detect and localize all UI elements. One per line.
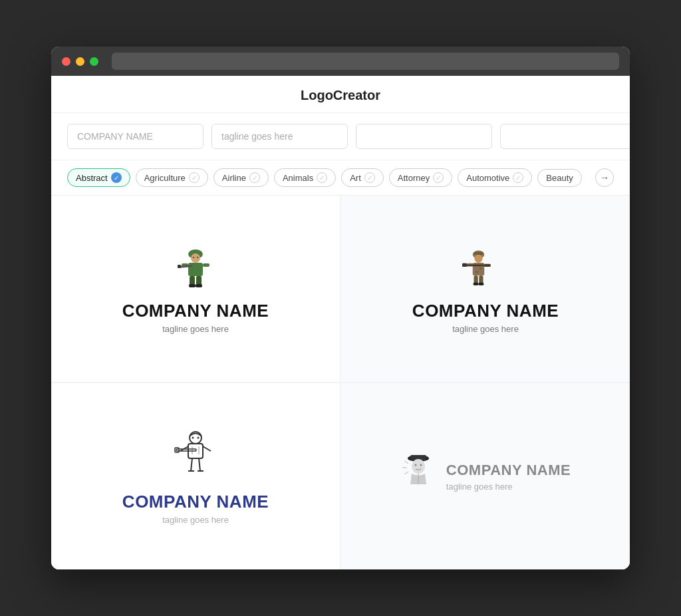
check-icon-automotive: ✓ (513, 172, 523, 183)
logo-icon-1 (172, 243, 219, 290)
filter-next-button[interactable]: → (595, 168, 614, 187)
filter-chip-beauty[interactable]: Beauty (537, 169, 581, 187)
tagline-input[interactable] (211, 124, 348, 149)
check-icon-agriculture: ✓ (189, 172, 200, 183)
filter-bar: Abstract ✓ Agriculture ✓ Airline ✓ Anima… (51, 160, 630, 196)
logo-grid: COMPANY NAME tagline goes here (51, 196, 630, 569)
svg-rect-33 (175, 448, 179, 452)
svg-line-35 (199, 458, 200, 471)
logo-4-text-group: COMPANY NAME tagline goes here (446, 462, 571, 492)
svg-point-38 (192, 437, 194, 439)
filter-label-animals: Animals (283, 173, 313, 183)
svg-rect-2 (188, 263, 203, 276)
filter-label-abstract: Abstract (76, 173, 108, 183)
search-field-3[interactable] (356, 124, 492, 149)
svg-point-11 (193, 257, 194, 258)
app-window: LogoCreator SEARCH Abstract ✓ Agricultur… (51, 47, 630, 569)
close-button[interactable] (62, 57, 70, 66)
filter-chip-automotive[interactable]: Automotive ✓ (458, 168, 532, 187)
check-icon-attorney: ✓ (433, 172, 444, 183)
title-bar (51, 47, 630, 76)
svg-rect-9 (189, 284, 196, 287)
address-bar (112, 53, 619, 70)
filter-chip-attorney[interactable]: Attorney ✓ (389, 168, 452, 187)
logo-card-2[interactable]: COMPANY NAME tagline goes here (341, 196, 630, 382)
svg-point-46 (420, 464, 422, 466)
logo-3-tagline: tagline goes here (162, 515, 229, 525)
svg-rect-24 (474, 275, 478, 283)
filter-chip-animals[interactable]: Animals ✓ (274, 168, 336, 187)
logo-4-tagline: tagline goes here (446, 482, 571, 492)
filter-label-agriculture: Agriculture (144, 173, 186, 183)
svg-rect-10 (196, 284, 202, 287)
filter-chip-art[interactable]: Art ✓ (341, 168, 384, 187)
svg-rect-7 (190, 276, 195, 285)
check-icon-abstract: ✓ (111, 172, 122, 183)
logo-1-tagline: tagline goes here (162, 324, 229, 334)
logo-2-company-name: COMPANY NAME (412, 301, 559, 321)
logo-2-tagline: tagline goes here (452, 324, 519, 334)
svg-point-39 (198, 437, 200, 439)
svg-rect-23 (483, 264, 491, 267)
svg-point-19 (475, 271, 478, 273)
app-header: LogoCreator (51, 76, 630, 113)
check-icon-airline: ✓ (249, 172, 260, 183)
check-icon-animals: ✓ (317, 172, 327, 183)
svg-point-45 (414, 464, 416, 466)
logo-card-4[interactable]: COMPANY NAME tagline goes here (341, 383, 630, 569)
svg-point-14 (474, 255, 482, 263)
fullscreen-button[interactable] (90, 57, 98, 66)
logo-icon-4 (400, 448, 437, 494)
svg-rect-25 (479, 275, 483, 283)
svg-line-50 (404, 472, 408, 474)
logo-3-company-name: COMPANY NAME (122, 492, 269, 512)
svg-point-18 (479, 267, 482, 270)
svg-rect-27 (479, 283, 484, 285)
svg-line-31 (203, 446, 211, 451)
svg-rect-22 (462, 263, 467, 267)
logo-card-3[interactable]: COMPANY NAME tagline goes here (51, 383, 340, 569)
svg-point-1 (191, 253, 200, 263)
filter-chip-agriculture[interactable]: Agriculture ✓ (136, 168, 208, 187)
logo-icon-3 (172, 428, 219, 481)
logo-1-company-name: COMPANY NAME (122, 301, 269, 321)
svg-point-12 (197, 257, 198, 258)
logo-icon-2 (462, 243, 509, 290)
check-icon-art: ✓ (364, 172, 375, 183)
svg-rect-4 (203, 263, 209, 267)
svg-rect-8 (196, 276, 202, 285)
svg-rect-15 (474, 252, 483, 255)
company-name-input[interactable] (67, 124, 204, 149)
svg-rect-6 (178, 265, 181, 268)
filter-label-beauty: Beauty (546, 173, 573, 183)
svg-rect-26 (474, 283, 479, 285)
logo-4-company-name: COMPANY NAME (446, 462, 571, 479)
filter-label-automotive: Automotive (466, 173, 509, 183)
app-title: LogoCreator (301, 88, 380, 102)
search-field-4[interactable] (500, 124, 630, 149)
filter-label-art: Art (350, 173, 361, 183)
minimize-button[interactable] (76, 57, 84, 66)
svg-line-48 (404, 461, 408, 464)
svg-point-44 (412, 459, 425, 474)
filter-label-airline: Airline (222, 173, 246, 183)
search-bar: SEARCH (51, 113, 630, 160)
filter-label-attorney: Attorney (398, 173, 430, 183)
filter-chip-abstract[interactable]: Abstract ✓ (67, 168, 130, 187)
filter-chip-airline[interactable]: Airline ✓ (213, 168, 269, 187)
logo-card-1[interactable]: COMPANY NAME tagline goes here (51, 196, 340, 382)
svg-line-34 (191, 458, 192, 471)
